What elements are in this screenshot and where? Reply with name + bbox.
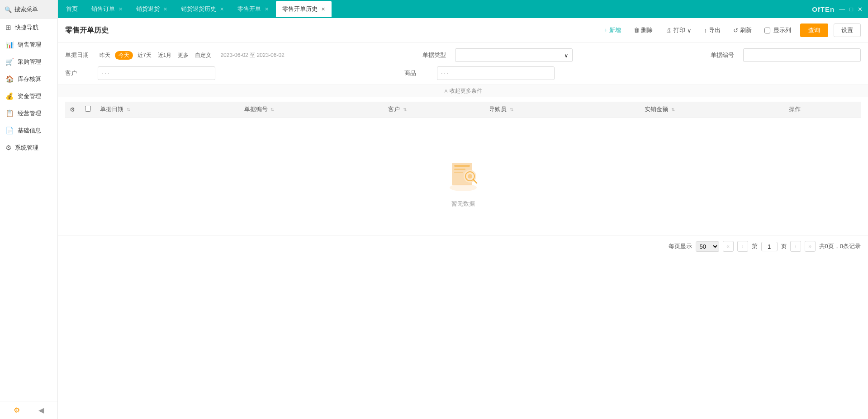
system-icon: ⚙ [5,144,11,152]
tab-retail-open[interactable]: 零售开单 ✕ [231,1,275,17]
collapse-sidebar-btn[interactable]: ◀ [38,406,44,414]
tab-sales-return[interactable]: 销货退货 ✕ [130,1,174,17]
setting-button[interactable]: 设置 [834,24,861,37]
sidebar-item-label: 采购管理 [18,58,41,66]
th-settings: ⚙ [65,102,81,118]
svg-rect-2 [454,165,470,167]
per-page-select[interactable]: 50 10 20 100 [696,241,719,252]
goods-label: 商品 [404,69,430,77]
sidebar-item-sales-mgmt[interactable]: 📊 销售管理 [0,36,57,53]
bill-type-label: 单据类型 [422,51,448,59]
sidebar-item-label: 资金管理 [18,92,41,100]
sidebar-search-label: 搜索采单 [14,5,38,14]
th-no[interactable]: 单据编号 ⇅ [240,102,384,118]
pagination-page-unit: 页 [781,241,787,252]
tab-sales-return-label: 销货退货 [136,5,160,13]
sidebar: 🔍 搜索采单 ⊞ 快捷导航 📊 销售管理 🛒 采购管理 🏠 库存核算 💰 资金管… [0,0,58,419]
sidebar-item-quick-nav[interactable]: ⊞ 快捷导航 [0,19,57,36]
sidebar-item-system[interactable]: ⚙ 系统管理 [0,139,57,156]
brand-label: OfTEn [812,5,835,13]
th-date[interactable]: 单据日期 ⇅ [95,102,240,118]
sidebar-item-basic-info[interactable]: 📄 基础信息 [0,122,57,139]
window-close-btn[interactable]: ✕ [858,6,863,13]
window-maximize-btn[interactable]: □ [849,6,853,13]
tab-sales-return-close[interactable]: ✕ [163,6,167,12]
export-button[interactable]: ↑ 导出 [701,24,725,36]
sidebar-item-operation[interactable]: 📋 经营管理 [0,105,57,122]
toolbar: + 新增 🗑 删除 🖨 打印 ∨ ↑ 导出 ↺ 刷新 显示列 [601,24,861,37]
pagination-prev-first[interactable]: « [723,241,734,252]
tab-sales-order-close[interactable]: ✕ [119,6,123,12]
settings-bottom-icon[interactable]: ⚙ [14,406,20,414]
sidebar-item-label: 库存核算 [18,75,41,83]
page-input[interactable] [761,242,778,251]
display-cols-label: 显示列 [773,26,791,34]
export-label: 导出 [709,26,721,34]
customer-label: 客户 [65,69,90,77]
tab-retail-open-history-close[interactable]: ✕ [321,6,325,12]
display-cols-button[interactable]: 显示列 [761,24,795,36]
empty-illustration [441,154,486,194]
filter-area: 单据日期 昨天 今天 近7天 近1月 更多 自定义 2023-06-02 至 2… [58,43,868,97]
window-minimize-btn[interactable]: — [839,6,845,13]
refresh-label: 刷新 [740,26,752,34]
th-customer[interactable]: 客户 ⇅ [384,102,484,118]
date-yesterday[interactable]: 昨天 [98,51,112,60]
sidebar-search[interactable]: 🔍 搜索采单 [0,0,57,19]
bill-type-select[interactable]: ∨ [455,48,573,62]
tab-retail-open-history[interactable]: 零售开单历史 ✕ [276,1,332,17]
print-button[interactable]: 🖨 打印 ∨ [662,24,695,36]
collapse-bar[interactable]: ∧ 收起更多条件 [58,85,868,97]
th-salesperson[interactable]: 导购员 ⇅ [484,102,607,118]
total-info: 共0页，0条记录 [819,242,861,250]
table-body: 暂无数据 [65,118,861,235]
quick-nav-icon: ⊞ [5,24,11,32]
sidebar-item-purchase-mgmt[interactable]: 🛒 采购管理 [0,53,57,71]
goods-dots: ··· [441,69,450,77]
sidebar-item-inventory[interactable]: 🏠 库存核算 [0,71,57,88]
tab-sales-return-history[interactable]: 销货退货历史 ✕ [175,1,230,17]
pagination-next[interactable]: › [790,241,801,252]
display-cols-checkbox[interactable] [764,28,770,33]
date-label: 单据日期 [65,51,90,59]
tab-home[interactable]: 首页 [60,1,84,17]
sidebar-item-label: 快捷导航 [15,24,38,32]
refresh-button[interactable]: ↺ 刷新 [730,24,755,36]
date-1month[interactable]: 近1月 [156,51,174,60]
bill-no-input[interactable] [743,48,861,62]
pagination-prev[interactable]: ‹ [737,241,748,252]
query-button[interactable]: 查询 [800,24,828,37]
basic-info-icon: 📄 [5,127,14,135]
delete-button[interactable]: 🗑 删除 [630,24,657,36]
th-no-label: 单据编号 [244,106,268,113]
sidebar-item-finance[interactable]: 💰 资金管理 [0,88,57,105]
pagination-next-last[interactable]: » [805,241,816,252]
tab-sales-order[interactable]: 销售订单 ✕ [85,1,129,17]
date-custom[interactable]: 自定义 [193,51,213,60]
goods-input[interactable]: ··· [437,66,555,80]
th-actions: 操作 [784,102,861,118]
customer-dots: ··· [102,69,110,77]
date-more[interactable]: 更多 [176,51,190,60]
sort-amount-icon: ⇅ [671,107,675,112]
customer-input[interactable]: ··· [98,66,215,80]
sort-salesperson-icon: ⇅ [510,107,513,112]
tab-sales-return-history-close[interactable]: ✕ [220,6,224,12]
finance-icon: 💰 [5,92,14,100]
settings-col-icon[interactable]: ⚙ [70,106,75,113]
svg-rect-3 [454,169,465,170]
tab-retail-open-close[interactable]: ✕ [265,6,269,12]
th-spacer [607,102,640,118]
tab-sales-return-history-label: 销货退货历史 [181,5,216,13]
tab-retail-open-history-label: 零售开单历史 [282,5,318,13]
svg-rect-4 [454,172,463,173]
date-today[interactable]: 今天 [115,51,133,60]
date-7days[interactable]: 近7天 [136,51,153,60]
th-amount[interactable]: 实销金额 ⇅ [640,102,784,118]
empty-state: 暂无数据 [65,118,861,235]
collapse-label: ∧ 收起更多条件 [444,88,482,94]
operation-icon: 📋 [5,109,14,118]
select-all-checkbox[interactable] [85,106,91,112]
print-arrow: ∨ [687,27,692,34]
add-button[interactable]: + 新增 [601,24,625,36]
